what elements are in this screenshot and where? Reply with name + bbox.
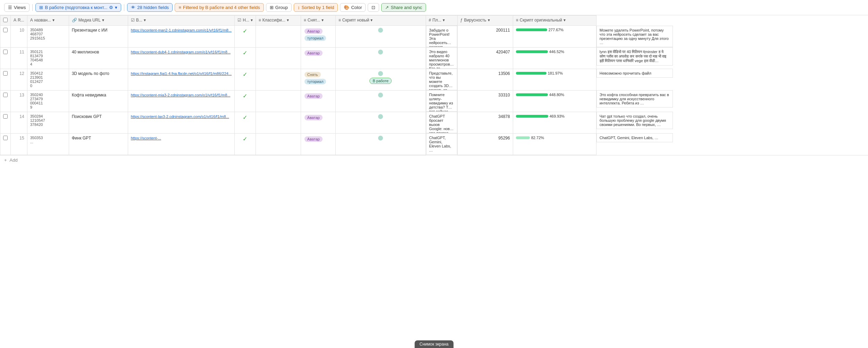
progress-bar xyxy=(516,50,548,53)
virus-percent: 448.80% xyxy=(549,93,564,97)
bottom-hint[interactable]: Снимок экрана xyxy=(415,340,453,348)
col-name[interactable]: A назван... ▾ xyxy=(27,16,69,26)
row-id: 350489 468707 2915615 xyxy=(27,26,69,48)
row-checkbox-cell[interactable] xyxy=(0,26,11,48)
col-virus[interactable]: ƒ Вирусность ▾ xyxy=(457,16,513,26)
url-link[interactable]: https://scontent-man2-1.cdninstagram.com… xyxy=(131,28,232,32)
row-url[interactable]: https://scontent-... xyxy=(128,133,234,155)
progress-bar xyxy=(516,93,548,96)
col-b[interactable]: ☑ В... ▾ xyxy=(128,16,234,26)
row-script-orig: ChatGPT, Gemini, Eleven Labs, … xyxy=(596,133,673,142)
col-sniat[interactable]: ≡ Снят... ▾ xyxy=(301,16,335,26)
row-b-check: ✓ xyxy=(235,112,256,133)
check-icon: ✓ xyxy=(243,93,247,99)
cog-icon: ⚙ xyxy=(109,5,113,10)
row-name: 3D модель по фото xyxy=(69,69,128,90)
filter-label: Filtered by В работе and 4 other fields xyxy=(183,5,260,10)
row-url[interactable]: https://scontent-man2-1.cdninstagram.com… xyxy=(128,26,234,48)
view-name-button[interactable]: ⊞ В работе (подготовка к монт... ⚙ ▾ xyxy=(35,3,121,12)
row-id: 350284 1210547 378420 xyxy=(27,112,69,133)
row-script-new: Это видео набрало 40 миллионов просмотро… xyxy=(426,47,457,69)
row-classification: Аватартуториал xyxy=(301,26,335,48)
row-checkbox-cell[interactable] xyxy=(0,112,11,133)
row-virus: 446.52% xyxy=(513,47,596,69)
row-url[interactable]: https://scontent-dub4-1.cdninstagram.com… xyxy=(128,47,234,69)
col-script-new[interactable]: ≡ Скрипт новый ▾ xyxy=(335,16,426,26)
header-row: A R... A назван... ▾ 🔗 Медиа URL ▾ ☑ В..… xyxy=(0,16,868,26)
row-pl: 420407 xyxy=(457,47,513,69)
row-checkbox[interactable] xyxy=(3,93,8,97)
add-row-button[interactable]: + Add xyxy=(0,155,868,165)
row-checkbox[interactable] xyxy=(3,50,8,54)
row-checkbox[interactable] xyxy=(3,28,8,32)
views-button[interactable]: ☰ Views xyxy=(4,3,30,12)
chevron-down-icon: ▾ xyxy=(115,5,117,10)
row-id: 350121 813479 704548 4 xyxy=(27,47,69,69)
col-script-orig[interactable]: ≡ Скрипт оригинальный ▾ xyxy=(513,16,596,26)
row-checkbox[interactable] xyxy=(3,71,8,76)
row-virus: 82.72% xyxy=(513,133,596,155)
col-class[interactable]: ≡ Классифи... ▾ xyxy=(256,16,301,26)
row-number: 12 xyxy=(11,69,27,90)
url-link[interactable]: https://instagram.fjai1-4.fna.fbcdn.net/… xyxy=(131,71,232,76)
col-pl[interactable]: # Пл... ▾ xyxy=(426,16,457,26)
row-sniat xyxy=(335,26,426,48)
hidden-fields-button[interactable]: 👁 28 hidden fields xyxy=(127,3,173,12)
col-url[interactable]: 🔗 Медиа URL ▾ xyxy=(69,16,128,26)
row-checkbox[interactable] xyxy=(3,136,8,140)
tag: туториал xyxy=(304,79,326,84)
virus-percent: 277.67% xyxy=(549,28,564,32)
share-button[interactable]: ↗ Share and sync xyxy=(381,3,426,12)
resize-icon: ⊡ xyxy=(372,5,375,10)
tag: Аватар xyxy=(304,50,323,56)
status-dot xyxy=(378,136,383,141)
status-dot xyxy=(378,71,383,76)
row-checkbox-cell[interactable] xyxy=(0,69,11,90)
tag: туториал xyxy=(304,35,326,41)
status-dot xyxy=(378,50,383,54)
group-button[interactable]: ⊞ Group xyxy=(266,3,292,12)
plus-icon: + xyxy=(4,158,7,163)
row-url[interactable]: https://scontent-mia3-2.cdninstagram.com… xyxy=(128,90,234,112)
row-pl: 13506 xyxy=(457,69,513,90)
row-h-check xyxy=(256,47,301,69)
sort-button[interactable]: ↕ Sorted by 1 field xyxy=(294,3,338,12)
add-label: Add xyxy=(10,158,18,163)
url-link[interactable]: https://scontent-lax3-2.cdninstagram.com… xyxy=(131,114,229,119)
row-number: 15 xyxy=(11,133,27,155)
col-checkbox[interactable] xyxy=(0,16,11,26)
col-h[interactable]: ☑ Н... ▾ xyxy=(235,16,256,26)
row-b-check: ✓ xyxy=(235,69,256,90)
url-link[interactable]: https://scontent-mia3-2.cdninstagram.com… xyxy=(131,93,231,97)
tag: Аватар xyxy=(304,28,323,34)
row-checkbox-cell[interactable] xyxy=(0,90,11,112)
row-sniat xyxy=(335,133,426,155)
color-button[interactable]: 🎨 Color xyxy=(340,3,366,12)
row-url[interactable]: https://scontent-lax3-2.cdninstagram.com… xyxy=(128,112,234,133)
row-name: Финк GPT xyxy=(69,133,128,155)
row-checkbox[interactable] xyxy=(3,114,8,119)
check-icon: ✓ xyxy=(243,28,247,34)
row-h-check xyxy=(256,26,301,48)
row-b-check: ✓ xyxy=(235,133,256,155)
sort-label: Sorted by 1 field xyxy=(301,5,334,10)
tag: Снять xyxy=(304,72,321,77)
row-script-new: ChatGPT бросает вызов Google: новая эра … xyxy=(426,112,457,133)
row-checkbox-cell[interactable] xyxy=(0,133,11,155)
resize-button[interactable]: ⊡ xyxy=(368,3,379,12)
row-id: 350412 213901 012427 0 xyxy=(27,69,69,90)
table-row: 15350353 ...Финк GPThttps://scontent-...… xyxy=(0,133,868,155)
filter-button[interactable]: ≡ Filtered by В работе and 4 other field… xyxy=(175,3,264,12)
color-label: Color xyxy=(351,5,362,10)
row-url[interactable]: https://instagram.fjai1-4.fna.fbcdn.net/… xyxy=(128,69,234,90)
virus-percent: 181.97% xyxy=(548,71,563,75)
select-all-checkbox[interactable] xyxy=(3,18,8,22)
row-checkbox-cell[interactable] xyxy=(0,47,11,69)
progress-bar xyxy=(516,115,548,118)
url-link[interactable]: https://scontent-dub4-1.cdninstagram.com… xyxy=(131,50,231,54)
virus-percent: 82.72% xyxy=(531,136,544,140)
row-classification: Аватар xyxy=(301,133,335,155)
row-script-orig: Чат gpt только что создал, очень большую… xyxy=(596,112,673,129)
row-h-check xyxy=(256,69,301,90)
url-link[interactable]: https://scontent-... xyxy=(131,136,161,140)
